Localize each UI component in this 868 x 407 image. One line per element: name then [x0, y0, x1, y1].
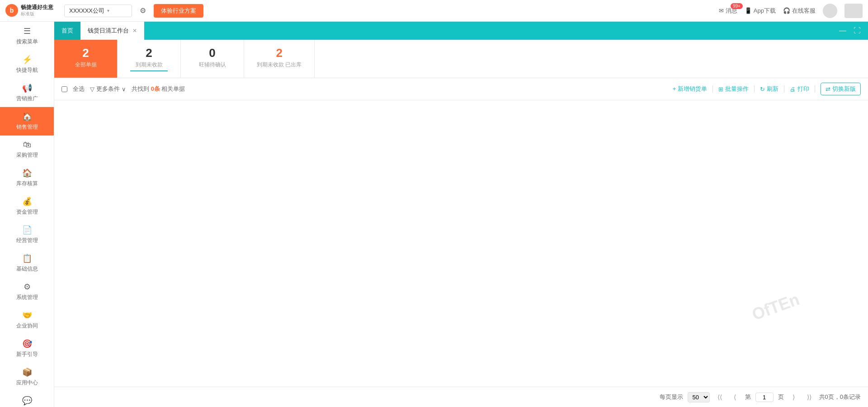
tab-cash-daily[interactable]: 钱货日清工作台 ✕	[80, 22, 144, 40]
logo-area: b 畅捷通好生意 标准版	[5, 4, 60, 17]
prev-page-button[interactable]: ⟨	[730, 392, 741, 402]
company-selector[interactable]: XXXXXX公司 ▾	[64, 5, 132, 17]
divider-3	[784, 85, 784, 93]
print-button[interactable]: 🖨 打印	[790, 85, 809, 93]
trial-button[interactable]: 体验行业方案	[154, 4, 203, 18]
gear-icon: ⚙	[140, 6, 146, 15]
tab-home-label: 首页	[61, 27, 73, 35]
found-text: 共找到 0条 相关单据	[132, 85, 185, 93]
user-name-area[interactable]	[844, 4, 863, 18]
stat-label-all: 全部单据	[67, 61, 104, 69]
select-all-checkbox[interactable]	[61, 86, 67, 92]
sidebar-item-finance[interactable]: 💰 资金管理	[0, 192, 54, 220]
sidebar-label-system: 系统管理	[16, 294, 38, 301]
logo-sub: 标准版	[21, 11, 53, 17]
maximize-button[interactable]: ⛶	[852, 25, 863, 36]
table-area	[54, 100, 868, 387]
per-page-select[interactable]: 50	[688, 392, 710, 402]
sidebar-label-guide: 新手引导	[16, 351, 38, 358]
sidebar-label-cooperation: 企业协同	[16, 322, 38, 330]
toolbar-right: + 新增销货单 ⊞ 批量操作 ↻ 刷新 🖨 打印	[673, 83, 861, 95]
progress-bar	[130, 70, 168, 71]
company-name: XXXXXX公司	[69, 7, 104, 15]
divider-1	[712, 85, 713, 93]
window-controls: — ⛶	[837, 25, 868, 36]
marketing-icon: 📢	[22, 83, 32, 93]
found-count: 0条	[151, 85, 160, 92]
filter-button[interactable]: ▽ 更多条件 ∨	[90, 85, 126, 93]
message-icon: ✉	[719, 7, 724, 14]
message-button[interactable]: ✉ 消息 99+	[719, 7, 737, 15]
refresh-button[interactable]: ↻ 刷新	[760, 85, 778, 93]
switch-button[interactable]: ⇄ 切换新版	[821, 83, 861, 95]
online-service-label: 在线客服	[792, 7, 816, 15]
print-icon: 🖨	[790, 86, 796, 93]
cooperation-icon: 🤝	[22, 310, 32, 320]
sidebar-item-app-center[interactable]: 📦 应用中心	[0, 363, 54, 391]
refresh-icon: ↻	[760, 86, 765, 93]
content-area: 首页 钱货日清工作台 ✕ — ⛶ 2 全部单据 2 到期未收款	[54, 22, 868, 407]
sidebar-label-operations: 经营管理	[16, 237, 38, 244]
sidebar-item-quick-nav[interactable]: ⚡ 快捷导航	[0, 50, 54, 79]
online-service-button[interactable]: 🎧 在线客服	[783, 7, 816, 15]
toolbar: 全选 ▽ 更多条件 ∨ 共找到 0条 相关单据 + 新增销货单 ⊞ 批量操作	[54, 78, 868, 100]
sidebar-item-sales[interactable]: 🏠 销售管理	[0, 107, 54, 136]
logo-title: 畅捷通好生意	[21, 4, 53, 10]
stats-row: 2 全部单据 2 到期未收款 0 旺辅待确认 2 到期未收款 已出库	[54, 40, 868, 78]
filter-icon: ▽	[90, 86, 94, 93]
tab-home[interactable]: 首页	[54, 22, 80, 40]
stat-card-overdue[interactable]: 2 到期未收款	[118, 40, 181, 78]
next-page-button[interactable]: ⟩	[788, 392, 799, 402]
settings-icon-button[interactable]: ⚙	[136, 4, 150, 18]
operations-icon: 📄	[22, 225, 32, 235]
last-page-button[interactable]: ⟩⟩	[804, 392, 815, 402]
top-right-area: ✉ 消息 99+ 📱 App下载 🎧 在线客服	[719, 4, 863, 18]
message-badge: 99+	[731, 3, 743, 9]
sidebar-item-purchase[interactable]: 🛍 采购管理	[0, 136, 54, 164]
page-content: 2 全部单据 2 到期未收款 0 旺辅待确认 2 到期未收款 已出库	[54, 40, 868, 407]
sidebar: ☰ 搜索菜单 ⚡ 快捷导航 📢 营销推广 🏠 销售管理 🛍 采购管理 🏠 库存核…	[0, 22, 54, 407]
sidebar-label-sales: 销售管理	[16, 123, 38, 131]
stat-card-overdue-out[interactable]: 2 到期未收款 已出库	[244, 40, 315, 78]
avatar[interactable]	[823, 4, 837, 18]
sales-icon: 🏠	[22, 112, 32, 122]
sidebar-item-inventory[interactable]: 🏠 库存核算	[0, 164, 54, 192]
stat-number-overdue: 2	[130, 46, 168, 60]
page-input[interactable]	[755, 393, 774, 402]
sidebar-item-operations[interactable]: 📄 经营管理	[0, 220, 54, 249]
chevron-filter-icon: ∨	[122, 86, 126, 93]
pagination-bar: 每页显示 50 ⟨⟨ ⟨ 第 页 ⟩ ⟩⟩ 共0页，0条记录	[54, 387, 868, 407]
app-download-label: App下载	[754, 7, 776, 15]
tab-bar: 首页 钱货日清工作台 ✕ — ⛶	[54, 22, 868, 40]
stat-label-overdue-out: 到期未收款 已出库	[257, 61, 302, 69]
stat-number-all: 2	[67, 46, 104, 60]
stat-card-pending[interactable]: 0 旺辅待确认	[181, 40, 244, 78]
select-all-label: 全选	[73, 85, 85, 93]
sidebar-item-marketing[interactable]: 📢 营销推广	[0, 79, 54, 107]
basic-info-icon: 📋	[22, 253, 32, 263]
logo-icon: b	[5, 4, 18, 17]
tab-close-icon[interactable]: ✕	[132, 28, 137, 34]
sidebar-item-search-menu[interactable]: ☰ 搜索菜单	[0, 22, 54, 50]
top-bar: b 畅捷通好生意 标准版 XXXXXX公司 ▾ ⚙ 体验行业方案 ✉ 消息 99…	[0, 0, 868, 22]
batch-button[interactable]: ⊞ 批量操作	[718, 85, 749, 93]
total-info: 共0页，0条记录	[819, 393, 861, 401]
divider-2	[754, 85, 755, 93]
first-page-button[interactable]: ⟨⟨	[714, 392, 725, 402]
sidebar-item-cooperation[interactable]: 🤝 企业协同	[0, 306, 54, 334]
sidebar-label-inventory: 库存核算	[16, 180, 38, 187]
minimize-button[interactable]: —	[837, 25, 848, 36]
sidebar-label-quick-nav: 快捷导航	[16, 66, 38, 74]
page-label: 第	[745, 393, 751, 401]
chevron-down-icon: ▾	[107, 8, 109, 13]
main-layout: ☰ 搜索菜单 ⚡ 快捷导航 📢 营销推广 🏠 销售管理 🛍 采购管理 🏠 库存核…	[0, 22, 868, 407]
stat-card-all[interactable]: 2 全部单据	[54, 40, 118, 78]
add-button[interactable]: + 新增销货单	[673, 85, 707, 93]
sidebar-item-system[interactable]: ⚙ 系统管理	[0, 277, 54, 306]
stat-label-overdue: 到期未收款	[130, 61, 168, 69]
sidebar-item-wechat[interactable]: 💬 企业微信	[0, 391, 54, 407]
filter-label: 更多条件	[96, 85, 120, 93]
sidebar-item-basic-info[interactable]: 📋 基础信息	[0, 249, 54, 277]
sidebar-item-guide[interactable]: 🎯 新手引导	[0, 334, 54, 363]
app-download-button[interactable]: 📱 App下载	[745, 7, 776, 15]
